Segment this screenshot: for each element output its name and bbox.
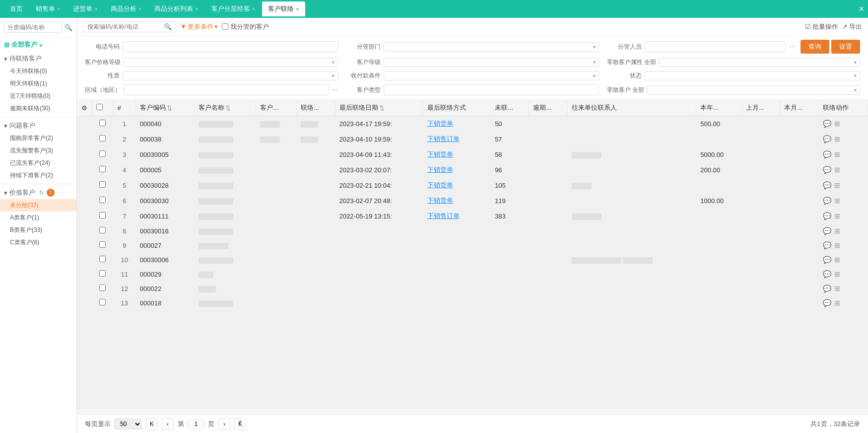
action-grid-icon[interactable]: ⊞ xyxy=(834,150,840,158)
search-icon[interactable]: 🔍 xyxy=(164,23,172,30)
contact-way-link[interactable]: 下销货单 xyxy=(427,150,453,158)
action-message-icon[interactable]: 💬 xyxy=(823,197,831,205)
last-page-button[interactable]: K̂ xyxy=(234,418,246,430)
action-grid-icon[interactable]: ⊞ xyxy=(834,181,840,189)
col-overdue-header[interactable]: 逾期... xyxy=(529,100,567,116)
filter-select-payment[interactable]: ▾ xyxy=(384,71,599,80)
col-type-header[interactable]: 客户... xyxy=(256,100,297,116)
sidebar-item-today-pending[interactable]: 今天待联络(0) xyxy=(0,65,76,77)
action-message-icon[interactable]: 💬 xyxy=(823,181,831,189)
row-checkbox[interactable] xyxy=(99,135,106,142)
sidebar-item-churned[interactable]: 已流失客户(24) xyxy=(0,157,76,169)
col-last-contact-date-header[interactable]: 最后联络日期⇅ xyxy=(335,100,423,116)
tab-sales-close[interactable]: × xyxy=(57,6,60,12)
sidebar-item-overdue-pending[interactable]: 逾期未联络(30) xyxy=(0,102,76,115)
row-checkbox[interactable] xyxy=(99,212,106,218)
tab-customer-contact[interactable]: 客户联络 × xyxy=(262,1,305,16)
contact-way-link[interactable]: 下销货单 xyxy=(427,120,453,127)
tab-customer-contact-close[interactable]: × xyxy=(296,6,299,12)
action-grid-icon[interactable]: ⊞ xyxy=(834,212,840,220)
row-checkbox[interactable] xyxy=(99,150,106,157)
action-message-icon[interactable]: 💬 xyxy=(823,299,831,307)
row-checkbox[interactable] xyxy=(99,227,106,233)
filter-input-phone[interactable] xyxy=(123,41,338,52)
sidebar-item-declining[interactable]: 持续下滑客户(2) xyxy=(0,169,76,182)
action-message-icon[interactable]: 💬 xyxy=(823,256,831,264)
action-grid-icon[interactable]: ⊞ xyxy=(834,135,840,143)
contact-way-link[interactable]: 下销售订单 xyxy=(427,135,460,143)
action-message-icon[interactable]: 💬 xyxy=(823,212,831,220)
filter-dots-manager[interactable]: ··· xyxy=(789,42,796,51)
tab-product-analysis-list[interactable]: 商品分析列表 × xyxy=(148,1,204,16)
col-settings[interactable]: ⚙ xyxy=(77,100,92,116)
action-grid-icon[interactable]: ⊞ xyxy=(834,241,840,249)
filter-dots-region[interactable]: ··· xyxy=(332,85,338,94)
more-conditions-button[interactable]: ▼ 更多条件 ▾ xyxy=(180,22,218,31)
tab-customer-segment[interactable]: 客户分层经客 × xyxy=(205,1,261,16)
col-code-header[interactable]: 客户编码⇅ xyxy=(135,100,194,116)
row-checkbox[interactable] xyxy=(99,299,106,305)
action-message-icon[interactable]: 💬 xyxy=(823,270,831,278)
col-this-month-header[interactable]: 本月... xyxy=(780,100,818,116)
sidebar-collapse-icon[interactable]: « xyxy=(39,41,43,49)
action-message-icon[interactable]: 💬 xyxy=(823,166,831,174)
select-all-checkbox[interactable] xyxy=(96,104,103,110)
filter-select-retail-attr[interactable]: ▾ xyxy=(659,58,860,67)
action-grid-icon[interactable]: ⊞ xyxy=(834,270,840,278)
action-grid-icon[interactable]: ⊞ xyxy=(834,285,840,292)
row-checkbox[interactable] xyxy=(99,285,106,291)
contact-way-link[interactable]: 下销售订单 xyxy=(427,212,460,219)
sidebar-group-pending[interactable]: ▾ 待联络客户 xyxy=(0,52,76,65)
filter-select-price-level[interactable]: ▾ xyxy=(124,58,338,67)
sidebar-item-churn-warning[interactable]: 流失预警客户(3) xyxy=(0,144,76,157)
contact-way-link[interactable]: 下销货单 xyxy=(427,166,453,173)
my-customers-checkbox[interactable] xyxy=(222,23,228,30)
sidebar-all-customers[interactable]: ⊞ 全部客户 « xyxy=(0,37,76,52)
col-last-contact-way-header[interactable]: 最后联络方式 xyxy=(423,100,490,116)
tab-customer-segment-close[interactable]: × xyxy=(252,6,255,12)
col-contact-header[interactable]: 联络... xyxy=(297,100,335,116)
query-button[interactable]: 查询 xyxy=(801,40,829,54)
filter-select-status[interactable]: ▾ xyxy=(645,71,860,80)
tab-home[interactable]: 首页 xyxy=(4,1,29,16)
page-size-select[interactable]: 50 100 200 xyxy=(115,419,142,430)
close-all-button[interactable]: × xyxy=(859,4,864,14)
action-grid-icon[interactable]: ⊞ xyxy=(834,299,840,307)
sidebar-item-tomorrow-pending[interactable]: 明天待联络(1) xyxy=(0,77,76,90)
sidebar-item-class-a[interactable]: A类客户(1) xyxy=(0,212,76,224)
filter-input-region[interactable] xyxy=(124,84,329,95)
row-checkbox[interactable] xyxy=(99,120,106,126)
horizontal-scrollbar[interactable] xyxy=(77,409,868,415)
col-this-year-header[interactable]: 本年... xyxy=(696,100,742,116)
action-message-icon[interactable]: 💬 xyxy=(823,135,831,143)
page-number-input[interactable] xyxy=(188,419,204,429)
action-grid-icon[interactable]: ⊞ xyxy=(834,166,840,174)
sidebar-item-7day-pending[interactable]: 近7天待联络(0) xyxy=(0,90,76,102)
action-message-icon[interactable]: 💬 xyxy=(823,150,831,158)
sidebar-search-input[interactable] xyxy=(4,22,63,33)
sidebar-item-class-c[interactable]: C类客户(6) xyxy=(0,236,76,249)
col-name-header[interactable]: 客户名称⇅ xyxy=(194,100,256,116)
action-message-icon[interactable]: 💬 xyxy=(823,285,831,292)
action-grid-icon[interactable]: ⊞ xyxy=(834,227,840,235)
filter-select-customer-level[interactable]: ▾ xyxy=(384,58,599,67)
action-grid-icon[interactable]: ⊞ xyxy=(834,197,840,205)
row-checkbox[interactable] xyxy=(99,166,106,172)
col-no-contact-header[interactable]: 未联... xyxy=(491,100,529,116)
filter-select-dept[interactable]: ▾ xyxy=(384,42,599,52)
sidebar-item-ungroup[interactable]: 未分组(32) xyxy=(0,199,76,212)
action-message-icon[interactable]: 💬 xyxy=(823,227,831,235)
row-checkbox[interactable] xyxy=(99,256,106,262)
sidebar-group-problem[interactable]: ▾ 问题客户 xyxy=(0,119,76,132)
row-checkbox[interactable] xyxy=(99,270,106,277)
prev-page-button[interactable]: ‹ xyxy=(162,418,174,430)
filter-select-retail[interactable]: ▾ xyxy=(647,85,860,95)
sidebar-search-icon[interactable]: 🔍 xyxy=(65,24,72,31)
action-grid-icon[interactable]: ⊞ xyxy=(834,120,840,128)
contact-way-link[interactable]: 下销货单 xyxy=(427,197,453,204)
action-message-icon[interactable]: 💬 xyxy=(823,120,831,128)
search-input[interactable] xyxy=(87,23,162,30)
tab-product-analysis-list-close[interactable]: × xyxy=(195,6,198,12)
col-last-month-header[interactable]: 上月... xyxy=(742,100,780,116)
row-checkbox[interactable] xyxy=(99,241,106,248)
